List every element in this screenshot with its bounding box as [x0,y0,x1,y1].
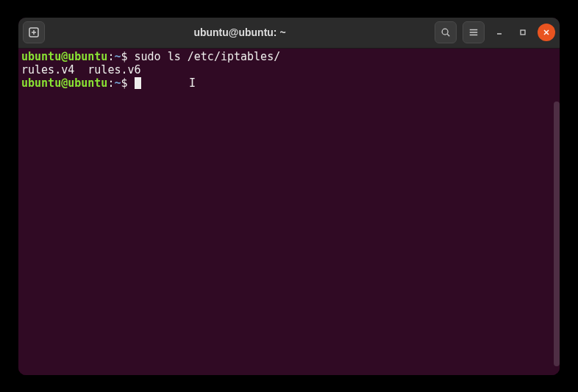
menu-button[interactable] [463,21,485,43]
window-title: ubuntu@ubuntu: ~ [45,26,435,38]
prompt-symbol: $ [121,50,127,63]
minimize-icon [495,28,504,37]
svg-line-4 [447,34,449,36]
terminal-window: ubuntu@ubuntu: ~ [18,18,560,375]
new-tab-button[interactable] [23,21,45,43]
terminal-body[interactable]: ubuntu@ubuntu:~$ sudo ls /etc/iptables/ … [18,49,560,375]
terminal-line: ubuntu@ubuntu:~$ [21,76,557,90]
maximize-button[interactable] [514,24,532,41]
hamburger-icon [468,27,479,38]
prompt-symbol: $ [121,76,127,90]
minimize-button[interactable] [490,24,508,41]
terminal-line: ubuntu@ubuntu:~$ sudo ls /etc/iptables/ [21,50,557,63]
svg-point-3 [442,29,448,35]
scrollbar[interactable] [554,101,560,366]
close-icon [543,29,550,36]
close-button[interactable] [538,24,555,41]
prompt-user-host: ubuntu@ubuntu [21,76,107,90]
terminal-output: rules.v4 rules.v6 [21,63,557,76]
svg-rect-9 [521,30,525,35]
maximize-icon [518,28,527,37]
command-text: sudo ls /etc/iptables/ [135,50,281,63]
search-button[interactable] [435,21,457,43]
search-icon [440,27,451,38]
titlebar: ubuntu@ubuntu: ~ [18,18,560,49]
prompt-user-host: ubuntu@ubuntu [21,50,107,63]
cursor-block [135,77,141,89]
